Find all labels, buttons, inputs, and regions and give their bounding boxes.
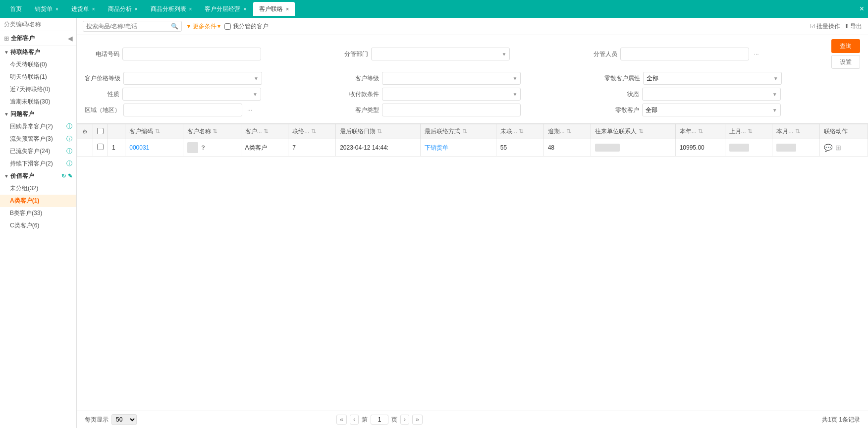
batch-operation-btn[interactable]: ☑ 批量操作: [810, 22, 840, 31]
th-name[interactable]: 客户名称 ⇅: [183, 124, 241, 139]
th-last-contact-method[interactable]: 最后联络方式 ⇅: [421, 124, 496, 139]
product-list-tab-close[interactable]: ×: [189, 6, 192, 12]
th-contact-count[interactable]: 联络... ⇅: [288, 124, 336, 139]
grid-action-icon[interactable]: ⊞: [835, 144, 841, 152]
th-last-month[interactable]: 上月... ⇅: [725, 124, 772, 139]
th-last-contact-date[interactable]: 最后联络日期 ⇅: [336, 124, 421, 139]
overdue-sort-icon[interactable]: ⇅: [566, 128, 571, 135]
sidebar-item-no-group[interactable]: 未分组(32): [0, 182, 76, 195]
select-all-checkbox[interactable]: [97, 128, 104, 134]
region-more-btn[interactable]: ···: [245, 107, 254, 113]
scattered-attr-select[interactable]: 全部 ▼: [643, 72, 782, 85]
th-current-year[interactable]: 本年... ⇅: [675, 124, 725, 139]
sidebar-item-repurchase[interactable]: 回购异常客户(2) ⓘ: [0, 120, 76, 133]
value-refresh-icon[interactable]: ↻: [61, 173, 66, 179]
scattered-select[interactable]: 全部 ▼: [642, 104, 781, 116]
nav-tab-product-list[interactable]: 商品分析列表 ×: [145, 2, 198, 16]
current-month-sort-icon[interactable]: ⇅: [795, 128, 800, 135]
th-overdue[interactable]: 逾期... ⇅: [543, 124, 591, 139]
export-btn[interactable]: ⬆ 导出: [844, 22, 862, 31]
sidebar-item-churn-warning[interactable]: 流失预警客户(3) ⓘ: [0, 133, 76, 145]
th-gear[interactable]: ⚙: [77, 124, 93, 139]
contact-count-sort-icon[interactable]: ⇅: [311, 128, 316, 135]
sidebar-item-c-class[interactable]: C类客户(6): [0, 219, 76, 232]
sidebar-item-churned[interactable]: 已流失客户(24) ⓘ: [0, 145, 76, 158]
sidebar-search-input[interactable]: [4, 21, 77, 28]
sidebar-item-a-class[interactable]: A类客户(1): [0, 195, 76, 207]
page-input[interactable]: [371, 415, 388, 425]
th-level[interactable]: 客户... ⇅: [241, 124, 288, 139]
last-date-sort-icon[interactable]: ⇅: [377, 128, 382, 135]
customer-type-input[interactable]: [382, 104, 521, 116]
filter-search-icon[interactable]: 🔍: [171, 23, 178, 30]
churned-info-icon[interactable]: ⓘ: [66, 147, 72, 156]
nav-tab-home[interactable]: 首页: [4, 2, 28, 16]
sidebar-item-declining[interactable]: 持续下滑客户(2) ⓘ: [0, 158, 76, 170]
last-contact-method-link[interactable]: 下销货单: [425, 144, 448, 151]
manager-input[interactable]: [620, 48, 749, 60]
customer-level-select[interactable]: ▼: [382, 72, 521, 85]
next-page-btn[interactable]: ›: [400, 415, 409, 425]
customer-contact-tab-close[interactable]: ×: [286, 6, 289, 12]
section-title-pending[interactable]: ▼ 待联络客户: [0, 46, 76, 58]
nav-tab-purchase[interactable]: 进货单 ×: [65, 2, 101, 16]
declining-info-icon[interactable]: ⓘ: [66, 160, 72, 168]
last-month-sort-icon[interactable]: ⇅: [748, 128, 753, 135]
level-sort-icon[interactable]: ⇅: [264, 128, 269, 135]
section-title-value[interactable]: ▼ 价值客户 ↻ ✎: [0, 170, 76, 182]
query-button[interactable]: 查询: [831, 39, 860, 53]
row-last-contact-method[interactable]: 下销货单: [421, 139, 496, 157]
nav-tab-customer-contact[interactable]: 客户联络 ×: [253, 2, 295, 16]
th-uncontact[interactable]: 未联... ⇅: [496, 124, 543, 139]
sidebar-item-b-class[interactable]: B类客户(33): [0, 207, 76, 219]
chat-action-icon[interactable]: 💬: [824, 144, 832, 152]
nature-select[interactable]: ▼: [122, 88, 261, 101]
sidebar-item-overdue-contact[interactable]: 逾期未联络(30): [0, 96, 76, 108]
department-select[interactable]: ▼: [371, 48, 510, 60]
row-code-link[interactable]: 000031: [129, 144, 149, 151]
prev-page-btn[interactable]: ‹: [350, 415, 359, 425]
th-code[interactable]: 客户编码 ⇅: [125, 124, 183, 139]
per-page-select[interactable]: 50 100 200: [111, 414, 137, 425]
filter-search-input[interactable]: [86, 23, 169, 30]
row-code[interactable]: 000031: [125, 139, 183, 157]
value-edit-icon[interactable]: ✎: [68, 173, 72, 179]
uncontact-sort-icon[interactable]: ⇅: [519, 128, 524, 135]
first-page-btn[interactable]: «: [336, 415, 347, 425]
my-customers-checkbox[interactable]: [224, 23, 231, 30]
section-title-problem[interactable]: ▼ 问题客户: [0, 108, 76, 120]
name-sort-icon[interactable]: ⇅: [213, 128, 217, 135]
manager-more-btn[interactable]: ···: [752, 51, 761, 57]
code-sort-icon[interactable]: ⇅: [155, 128, 160, 135]
settings-button[interactable]: 设置: [831, 55, 860, 69]
sidebar-item-tomorrow-contact[interactable]: 明天待联络(1): [0, 71, 76, 83]
nav-tab-customer-tier[interactable]: 客户分层经营 ×: [199, 2, 252, 16]
nav-tab-sales[interactable]: 销货单 ×: [29, 2, 64, 16]
region-input[interactable]: [123, 104, 242, 116]
customer-tier-tab-close[interactable]: ×: [243, 6, 246, 12]
sidebar-item-today-contact[interactable]: 今天待联络(0): [0, 58, 76, 71]
purchase-tab-close[interactable]: ×: [92, 6, 95, 12]
th-current-month[interactable]: 本月... ⇅: [772, 124, 820, 139]
th-checkbox[interactable]: [93, 124, 108, 139]
churn-warning-info-icon[interactable]: ⓘ: [66, 135, 72, 143]
price-level-select[interactable]: ▼: [123, 72, 262, 85]
sidebar-item-week-contact[interactable]: 近7天待联络(0): [0, 83, 76, 96]
nav-tab-product-analysis[interactable]: 商品分析 ×: [102, 2, 144, 16]
phone-input[interactable]: [122, 48, 261, 60]
my-customers-filter[interactable]: 我分管的客户: [224, 22, 269, 31]
last-page-btn[interactable]: »: [412, 415, 423, 425]
repurchase-info-icon[interactable]: ⓘ: [66, 122, 72, 131]
last-method-sort-icon[interactable]: ⇅: [462, 128, 467, 135]
row-select-checkbox[interactable]: [97, 144, 104, 150]
th-contact-person[interactable]: 往来单位联系人 ⇅: [591, 124, 675, 139]
status-select[interactable]: ▼: [642, 88, 781, 101]
sidebar-collapse-icon[interactable]: ◀: [68, 35, 72, 42]
sales-tab-close[interactable]: ×: [55, 6, 58, 12]
product-analysis-tab-close[interactable]: ×: [135, 6, 138, 12]
close-all-tabs[interactable]: ×: [860, 4, 864, 13]
filter-more-conditions[interactable]: ▼ 更多条件 ▾: [186, 22, 220, 31]
current-year-sort-icon[interactable]: ⇅: [698, 128, 703, 135]
contact-person-sort-icon[interactable]: ⇅: [639, 128, 644, 135]
payment-select[interactable]: ▼: [382, 88, 521, 101]
